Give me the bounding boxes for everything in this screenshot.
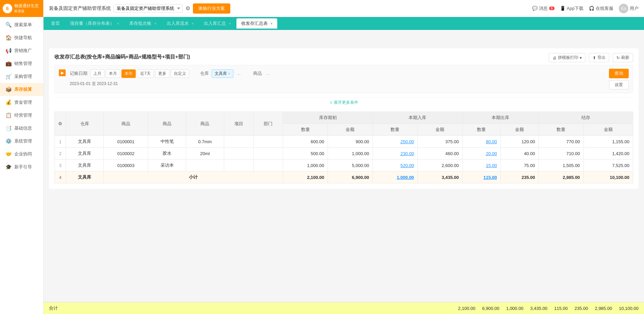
table-footer: 合计 2,100.00 6,900.00 1,000.00 3,435.00 1… (44, 302, 644, 314)
col-opening-header: 库存期初 (283, 112, 373, 124)
settings-btn[interactable]: 设置 (609, 80, 629, 89)
cell-in-qty[interactable]: 250.00 (373, 136, 417, 148)
expand-more-btn[interactable]: ∨ 展开更多条件 (54, 97, 633, 108)
tab-close-icon[interactable]: × (154, 21, 156, 26)
cell-project (224, 148, 253, 160)
tab-batch-ledger[interactable]: 库存批次账 × (125, 18, 161, 29)
export-label: 导出 (597, 55, 606, 61)
col-settings[interactable]: ⚙ (55, 112, 66, 136)
sidebar-item-guide[interactable]: 🎓 新手引导 (0, 161, 43, 173)
tab-inout-summary[interactable]: 出入库汇总 × (199, 18, 235, 29)
cell-goods-spec: 0.7mm (186, 136, 224, 148)
gear-icon[interactable]: ⚙ (185, 5, 190, 12)
tab-close-icon[interactable]: × (192, 21, 194, 26)
cell-bal-amt: 1,420.00 (583, 148, 633, 160)
phone-icon: 📱 (560, 6, 565, 11)
tab-home[interactable]: 首页 (46, 18, 65, 29)
cell-goods-spec (186, 160, 224, 171)
date-btn-7days[interactable]: 近7天 (137, 69, 154, 78)
date-btns: 上月 本月 本年 近7天 更多 自定义 (90, 69, 189, 78)
cell-warehouse: 文具库 (66, 148, 104, 160)
cell-in-amt: 2,600.00 (417, 160, 462, 171)
date-filter-label: 记账日期 (70, 69, 87, 78)
warehouse-more-btn[interactable]: ... (236, 70, 242, 77)
sidebar-item-marketing[interactable]: 📢 营销推广 (0, 44, 43, 57)
tab-close-icon[interactable]: × (117, 21, 119, 26)
cell-bal-qty: 1,505.00 (539, 160, 583, 171)
col-out-qty-header: 数量 (462, 124, 500, 136)
tabbar: 首页 现存量（库存分布表） × 库存批次账 × 出入库流水 × 出入库汇总 × … (44, 17, 644, 30)
online-service-btn[interactable]: 🎧 在线客服 (589, 5, 613, 12)
date-btn-this-year[interactable]: 本年 (121, 69, 136, 78)
sidebar-item-system[interactable]: ⚙️ 系统管理 (0, 135, 43, 148)
finance-icon: 💰 (5, 99, 12, 105)
sidebar: 6 畅捷通好生意 标准版 🔍 搜索菜单 🏠 快捷导航 📢 营销推广 💼 销售管理… (0, 0, 44, 314)
subtotal-num: 4 (55, 171, 66, 183)
sidebar-item-enterprise[interactable]: 🤝 企业协同 (0, 148, 43, 161)
tab-recv-send-summary[interactable]: 收发存汇总表 × (236, 18, 277, 29)
total-label: 合计 (49, 305, 58, 311)
date-btn-last-month[interactable]: 上月 (90, 69, 104, 78)
topbar-right: 💬 消息 6 📱 App下载 🎧 在线客服 Ea 用户 (532, 4, 639, 13)
message-btn[interactable]: 💬 消息 6 (532, 5, 555, 12)
app-download-btn[interactable]: 📱 App下载 (560, 5, 583, 12)
refresh-btn[interactable]: ↻ 刷新 (613, 53, 633, 62)
cell-in-qty[interactable]: 230.00 (373, 148, 417, 160)
print-icon: 🖨 (552, 55, 557, 60)
system-title: 装备及固定资产辅助管理系统 (49, 5, 111, 12)
sidebar-item-basic-info[interactable]: 📑 基础信息 (0, 122, 43, 135)
subtotal-in-amt: 3,435.00 (417, 171, 462, 183)
filter-expand-arrow[interactable]: ▶ (59, 69, 66, 76)
chevron-down-icon: ▾ (580, 55, 582, 60)
sidebar-item-purchase[interactable]: 🛒 采购管理 (0, 70, 43, 83)
export-btn[interactable]: ⬆ 导出 (589, 53, 609, 62)
warehouse-tag: 文具库 × (212, 69, 233, 78)
tab-inventory-dist[interactable]: 现存量（库存分布表） × (65, 18, 124, 29)
system-selector[interactable]: 装备及固定资产辅助管理系统 (114, 4, 183, 13)
sidebar-item-search[interactable]: 🔍 搜索菜单 (0, 18, 43, 31)
warehouse-filter-label: 仓库 (200, 69, 209, 78)
sidebar-item-sales[interactable]: 💼 销售管理 (0, 57, 43, 70)
experience-btn[interactable]: 体验行业方案 (193, 3, 230, 14)
date-btn-custom[interactable]: 自定义 (171, 69, 189, 78)
subtotal-in-qty[interactable]: 1,000.00 (373, 171, 417, 183)
cell-out-qty[interactable]: 80.00 (462, 136, 500, 148)
cell-out-qty[interactable]: 15.00 (462, 160, 500, 171)
total-in-amt: 3,435.00 (530, 306, 547, 311)
cell-bal-qty: 710.00 (539, 148, 583, 160)
sidebar-item-inventory[interactable]: 📦 库存核算 (0, 83, 43, 96)
warehouse-tag-close[interactable]: × (228, 72, 230, 76)
print-btn[interactable]: 🖨 拼模板打印 ▾ (549, 53, 585, 62)
goods-more-btn[interactable]: ... (265, 70, 271, 77)
business-icon: 📋 (5, 112, 12, 118)
subtotal-out-qty[interactable]: 115.00 (462, 171, 500, 183)
data-table: ⚙ 仓库 商品 商品 商品 项目 部门 库存期初 本期入库 本期出库 结存 数量… (54, 112, 633, 183)
cell-opening-amt: 5,000.00 (328, 160, 373, 171)
date-btn-more[interactable]: 更多 (155, 69, 169, 78)
tab-close-icon[interactable]: × (270, 21, 273, 26)
query-btn[interactable]: 查询 (609, 69, 629, 78)
tab-close-icon[interactable]: × (229, 21, 231, 26)
page-top-actions: 🖨 拼模板打印 ▾ ⬆ 导出 ↻ 刷新 (549, 53, 633, 62)
headset-icon: 🎧 (589, 6, 594, 11)
col-goods-spec-header: 商品 (186, 112, 224, 136)
cell-goods-spec: 20ml (186, 148, 224, 160)
cell-out-qty[interactable]: 20.00 (462, 148, 500, 160)
row-num: 2 (55, 148, 66, 160)
sidebar-item-quick-nav[interactable]: 🏠 快捷导航 (0, 31, 43, 44)
sidebar-item-label: 采购管理 (14, 73, 32, 80)
table-row: 2 文具库 0100002 胶水 20ml 500.00 1,000.00 23… (55, 148, 633, 160)
total-bal-qty: 2,985.00 (595, 306, 612, 311)
refresh-icon: ↻ (616, 55, 620, 60)
guide-icon: 🎓 (5, 164, 12, 170)
sidebar-item-finance[interactable]: 💰 资金管理 (0, 96, 43, 109)
cell-in-qty[interactable]: 520.00 (373, 160, 417, 171)
user-menu[interactable]: Ea 用户 (619, 4, 639, 13)
tab-inout-flow[interactable]: 出入库流水 × (162, 18, 198, 29)
date-btn-this-month[interactable]: 本月 (106, 69, 120, 78)
cell-goods-code: 0100001 (103, 136, 148, 148)
cell-opening-qty: 500.00 (283, 148, 328, 160)
user-label: 用户 (630, 5, 639, 12)
sidebar-item-business[interactable]: 📋 经营管理 (0, 109, 43, 122)
sidebar-logo: 6 畅捷通好生意 标准版 (0, 0, 43, 17)
